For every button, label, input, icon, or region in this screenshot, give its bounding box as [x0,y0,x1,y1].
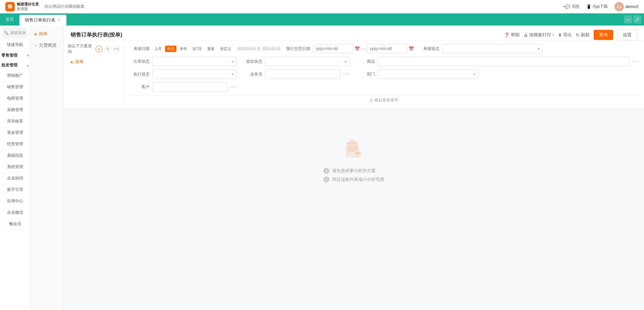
execution-status-select[interactable]: ▾ [152,69,237,79]
collection-status-select[interactable]: ▾ [265,57,350,66]
customer-more-btn[interactable]: ··· [230,84,237,90]
sub-debt-icon: ○ [34,43,37,48]
sub-sidebar-item-debt[interactable]: ○ 欠货情况 [30,40,63,51]
customer-label: 客户 [129,84,150,90]
cur-month-btn[interactable]: 本月 [165,46,176,52]
sidebar-item-wechat[interactable]: 企业微信 [0,207,30,218]
salesperson-input[interactable] [265,69,340,79]
date-label: 单据日期 [129,46,150,52]
expected-delivery-label: 预计交货日期 [286,46,310,52]
sidebar-item-newbie[interactable]: 新手引导 [0,184,30,196]
status-select[interactable]: ▾ [442,44,543,53]
delivery-date-to[interactable] [367,44,407,53]
sidebar-item-vip[interactable]: 畅会员 [0,218,30,230]
svg-marker-2 [345,139,359,144]
sidebar-item-wholesale[interactable]: 批发管理 ▴ [0,60,30,70]
sidebar-item-operation[interactable]: 经营管理 [0,139,30,150]
svg-point-5 [358,153,360,154]
svg-point-4 [356,153,358,154]
collapse-icon: ⋀ [370,98,373,103]
status-select-arrow: ▾ [538,47,540,51]
main-content: 销售订单执行表(按单) ❓ 帮助 🖨 按模板打印 ▾ ⬇ 导出 ↻ 刷新 [64,25,644,310]
retail-arrow-icon: ▾ [27,54,29,57]
svg-point-3 [354,150,362,158]
goods-more-btn[interactable]: ··· [632,58,639,64]
collapse-scheme-btn[interactable]: << [113,46,120,52]
sidebar-item-sales[interactable]: 销售管理 [0,82,30,93]
sidebar-search-btn[interactable]: 🔍 搜索菜单 [3,28,27,38]
settings-btn[interactable]: 设置 [617,30,637,40]
main-layout: 🔍 搜索菜单 快捷导航 零售管理 ▾ 批发管理 ▴ 营销推广 销售管理 电商管理… [0,25,644,310]
calendar-to-icon[interactable]: 📅 [409,46,414,51]
app-download-btn[interactable]: 📱 App下载 [586,4,608,9]
export-btn[interactable]: ⬇ 导出 [558,32,572,38]
empty-tip-1: 1 请先选择要分析的方案 [323,168,384,174]
help-btn[interactable]: ❓ 帮助 [504,32,520,38]
message-btn[interactable]: 💬 消息 [565,4,580,9]
sidebar-item-purchase[interactable]: 采购管理 [0,104,30,116]
sub-sidebar-item-scheme[interactable]: ● 按单 [30,28,63,40]
edit-scheme-btn[interactable]: ✎ [104,46,111,52]
sidebar-item-appstore[interactable]: 应用中心 [0,196,30,207]
export-icon: ⬇ [558,33,562,38]
sub-scheme-icon: ● [34,32,37,37]
sidebar-item-inventory[interactable]: 库存核算 [0,116,30,127]
scheme-item-1[interactable]: ● 按单 [68,57,120,66]
delivery-date-from[interactable] [313,44,353,53]
custom-btn[interactable]: 自定义 [218,46,233,52]
prev-month-btn[interactable]: 上月 [152,46,164,52]
sidebar-item-enterprise[interactable]: 企业协同 [0,173,30,184]
outbound-status-select[interactable]: ▾ [152,57,237,66]
phone-icon: 📱 [586,4,591,9]
sidebar-item-ecommerce[interactable]: 电商管理 [0,93,30,104]
tab-close-btn[interactable]: × [57,18,61,22]
query-btn[interactable]: 查询 [594,30,613,40]
department-select[interactable]: ▾ [378,69,478,79]
refresh-icon: ↻ [576,33,580,38]
empty-state: 1 请先选择要分析的方案 2 用过滤条件来缩小分析范围 [64,109,644,212]
filter-row-3: 执行状态 ▾ 业务员 ··· 部门 [129,69,639,79]
sidebar-item-quick-nav[interactable]: 快捷导航 [0,39,30,51]
top-bar-actions: 💬 消息 📱 App下载 Ea demo2 [565,2,639,11]
salesperson-label: 业务员 [242,71,262,77]
help-icon: ❓ [504,33,509,38]
add-scheme-btn[interactable]: + [96,46,102,52]
cur-year-btn[interactable]: 本年 [178,46,189,52]
goods-input[interactable] [378,57,630,66]
more-btn[interactable]: 更多 [205,46,217,52]
customer-input[interactable] [152,82,228,92]
sidebar-item-finance[interactable]: 资金管理 [0,127,30,139]
filter-row-2: 出库状态 ▾ 收款状态 ▾ [129,57,639,66]
salesperson-more-btn[interactable]: ··· [343,71,350,77]
sidebar-item-system[interactable]: 系统管理 [0,161,30,173]
print-btn[interactable]: 🖨 按模板打印 ▾ [524,32,554,38]
last7days-btn[interactable]: 近7天 [191,46,204,52]
tip-num-2: 2 [323,176,329,183]
salesperson-field: 业务员 ··· [242,69,350,79]
print-dropdown-icon[interactable]: ▾ [552,33,554,37]
execution-status-label: 执行状态 [129,71,150,77]
user-profile-btn[interactable]: Ea demo2 [614,2,639,11]
filter-form: 单据日期 上月 本月 本年 近7天 更多 自定义 2023-03-01 至 20… [124,41,644,108]
collapse-more-btn[interactable]: ⋀ 收起更多条件 [129,95,639,105]
scheme-active-icon: ● [70,59,73,64]
print-icon: 🖨 [524,33,528,38]
department-select-arrow: ▾ [474,72,475,76]
tab-maximize-btn[interactable]: ⤢ [633,15,641,23]
sidebar-item-basic[interactable]: 基础信息 [0,150,30,161]
goods-label: 商品 [355,59,375,64]
filter-panel: 按以下方案查询 + ✎ << ● 按单 [64,41,644,109]
sidebar-item-retail[interactable]: 零售管理 ▾ [0,51,30,60]
sub-sidebar: ● 按单 ○ 欠货情况 [30,25,64,310]
app-logo[interactable]: 畅 畅捷通好生意 标准版 [5,2,39,11]
calendar-from-icon[interactable]: 📅 [355,46,360,51]
filter-row-4: 客户 ··· [129,82,639,92]
collection-select-arrow: ▾ [345,60,346,63]
tab-minimize-btn[interactable]: — [624,15,632,23]
sidebar-item-marketing[interactable]: 营销推广 [0,70,30,82]
top-bar: 畅 畅捷通好生意 标准版 办公用品行业模拟账套 ▾ 💬 消息 📱 App下载 E… [0,0,644,13]
date-field: 单据日期 上月 本月 本年 近7天 更多 自定义 2023-03-01 至 20… [129,46,281,52]
tab-sales-execution[interactable]: 销售订单执行表 × [19,15,66,25]
refresh-btn[interactable]: ↻ 刷新 [576,32,590,38]
tab-home[interactable]: 首页 [0,13,19,25]
